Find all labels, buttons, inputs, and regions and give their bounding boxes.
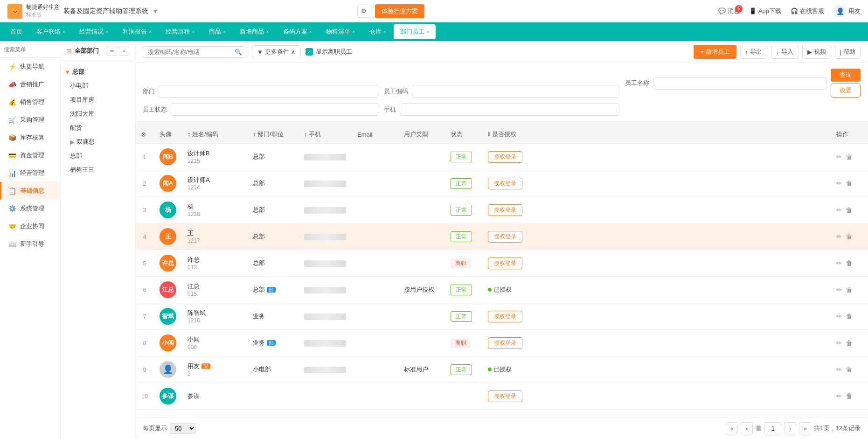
- close-icon[interactable]: ×: [352, 29, 355, 35]
- col-name[interactable]: ↕ 姓名/编码: [182, 125, 247, 144]
- col-phone[interactable]: ↕ 手机: [299, 125, 352, 144]
- close-icon[interactable]: ×: [192, 29, 194, 35]
- import-button[interactable]: ↓ 导入: [771, 45, 799, 59]
- page-size-select[interactable]: 50 100: [170, 423, 196, 434]
- col-dept[interactable]: ↕ 部门/职位: [247, 125, 299, 144]
- auth-button[interactable]: 授权登录: [488, 337, 522, 349]
- tab-history[interactable]: 经营历程 ×: [159, 24, 201, 39]
- view-button[interactable]: ▶ 视频: [802, 45, 831, 59]
- edit-icon[interactable]: ✏: [836, 366, 842, 373]
- sidebar-item-operations[interactable]: 📊 经营管理: [0, 164, 60, 182]
- help-button[interactable]: | 帮助: [835, 45, 861, 59]
- message-button[interactable]: 💬 消息 5: [718, 7, 740, 15]
- close-icon[interactable]: ×: [266, 29, 269, 35]
- tab-home[interactable]: 首页: [4, 24, 29, 39]
- sidebar-item-system[interactable]: ⚙️ 系统管理: [0, 200, 60, 217]
- dept-node-shenyang[interactable]: 沈阳大库: [61, 107, 135, 121]
- delete-icon[interactable]: 🗑: [846, 366, 852, 373]
- sidebar-item-collab[interactable]: 🤝 企业协同: [0, 217, 60, 235]
- close-icon[interactable]: ×: [62, 29, 65, 35]
- prev-page-button[interactable]: ‹: [741, 422, 753, 434]
- delete-icon[interactable]: 🗑: [846, 339, 852, 347]
- delete-icon[interactable]: 🗑: [846, 233, 852, 240]
- gear-button[interactable]: ⚙: [357, 5, 370, 18]
- col-settings[interactable]: ⚙: [135, 125, 154, 144]
- close-icon[interactable]: ×: [426, 29, 429, 35]
- dept-node-small-elec[interactable]: 小电部: [61, 79, 135, 93]
- chevron-down-icon[interactable]: ▼: [152, 7, 159, 15]
- first-page-button[interactable]: «: [726, 422, 738, 434]
- tab-barcode[interactable]: 条码方案 ×: [277, 24, 319, 39]
- phone-input[interactable]: [400, 103, 619, 116]
- sidebar-item-purchase[interactable]: 🛒 采购管理: [0, 111, 60, 129]
- delete-icon[interactable]: 🗑: [846, 180, 852, 187]
- close-icon[interactable]: ×: [309, 29, 312, 35]
- edit-icon[interactable]: ✏: [836, 180, 842, 187]
- tab-customer[interactable]: 客户联络 ×: [30, 24, 72, 39]
- close-icon[interactable]: ×: [105, 29, 108, 35]
- user-avatar[interactable]: 👤 用友: [833, 5, 861, 18]
- dept-node-project[interactable]: 项目库房: [61, 93, 135, 107]
- export-button[interactable]: ↑ 导出: [740, 45, 768, 59]
- tab-employees[interactable]: 部门员工 ×: [394, 24, 436, 39]
- dept-collapse-button[interactable]: «: [119, 46, 129, 56]
- edit-icon[interactable]: ✏: [836, 153, 842, 160]
- auth-button[interactable]: 授权登录: [488, 204, 522, 216]
- search-input[interactable]: [148, 49, 232, 56]
- set-button[interactable]: 设置: [831, 84, 861, 98]
- tab-goods[interactable]: 商品 ×: [202, 24, 232, 39]
- dept-select[interactable]: [159, 85, 378, 98]
- delete-icon[interactable]: 🗑: [846, 259, 852, 267]
- add-employee-button[interactable]: + 新增员工: [694, 45, 736, 59]
- dept-node-headquarters[interactable]: ▼ 总部: [61, 65, 135, 79]
- auth-button[interactable]: 授权登录: [488, 258, 522, 269]
- trial-button[interactable]: 体验行业方案: [375, 4, 424, 18]
- sidebar-item-shortcut[interactable]: ⚡ 快捷导航: [0, 58, 60, 76]
- delete-icon[interactable]: 🗑: [846, 153, 852, 160]
- online-service-button[interactable]: 🎧 在线客服: [791, 7, 824, 15]
- auth-button[interactable]: 授权登录: [488, 311, 522, 322]
- edit-icon[interactable]: ✏: [836, 206, 842, 214]
- edit-icon[interactable]: ✏: [836, 313, 842, 320]
- tab-warehouse[interactable]: 仓库 ×: [363, 24, 393, 39]
- query-button[interactable]: 查询: [831, 69, 861, 82]
- edit-icon[interactable]: ✏: [836, 339, 842, 347]
- dept-node-zongbu[interactable]: 总部: [61, 149, 135, 163]
- app-download-button[interactable]: 📱 App下载: [749, 7, 781, 15]
- last-page-button[interactable]: »: [799, 422, 811, 434]
- sidebar-item-marketing[interactable]: 📣 营销推广: [0, 76, 60, 93]
- edit-icon[interactable]: ✏: [836, 286, 842, 293]
- auth-button[interactable]: 授权登录: [488, 178, 522, 189]
- auth-button[interactable]: 授权登录: [488, 231, 522, 243]
- sidebar-item-basic[interactable]: 📋 基础信息: [0, 182, 60, 200]
- dept-node-shuanglu[interactable]: ▶ 双鹿想: [61, 135, 135, 149]
- tab-profit[interactable]: 利润报告 ×: [116, 24, 158, 39]
- sidebar-item-guide[interactable]: 📖 新手引导: [0, 235, 60, 253]
- delete-icon[interactable]: 🗑: [846, 313, 852, 320]
- tab-bom[interactable]: 物料清单 ×: [319, 24, 361, 39]
- emp-name-input[interactable]: [653, 77, 827, 90]
- page-number-input[interactable]: [764, 422, 781, 434]
- delete-icon[interactable]: 🗑: [846, 286, 852, 293]
- edit-icon[interactable]: ✏: [836, 259, 842, 267]
- close-icon[interactable]: ×: [383, 29, 386, 35]
- edit-icon[interactable]: ✏: [836, 392, 842, 400]
- auth-button[interactable]: 授权登录: [488, 151, 522, 163]
- dept-edit-button[interactable]: ✏: [107, 46, 117, 56]
- dept-node-distribution[interactable]: 配货: [61, 121, 135, 135]
- next-page-button[interactable]: ›: [784, 422, 796, 434]
- tab-operations[interactable]: 经营情况 ×: [73, 24, 115, 39]
- close-icon[interactable]: ×: [223, 29, 226, 35]
- tab-new-goods[interactable]: 新增商品 ×: [233, 24, 275, 39]
- delete-icon[interactable]: 🗑: [846, 206, 852, 214]
- show-resigned-toggle[interactable]: ✓ 显示离职员工: [306, 48, 352, 56]
- emp-code-input[interactable]: [412, 85, 619, 98]
- sidebar-item-inventory[interactable]: 📦 库存核算: [0, 129, 60, 146]
- more-filter-button[interactable]: ▼ 更多条件 ∧: [252, 45, 301, 58]
- emp-status-select[interactable]: [171, 103, 378, 116]
- edit-icon[interactable]: ✏: [836, 233, 842, 240]
- auth-button[interactable]: 授权登录: [488, 390, 522, 402]
- sidebar-item-finance[interactable]: 💳 资金管理: [0, 146, 60, 164]
- close-icon[interactable]: ×: [149, 29, 152, 35]
- dept-node-nanshuwang[interactable]: 楠树王三: [61, 163, 135, 177]
